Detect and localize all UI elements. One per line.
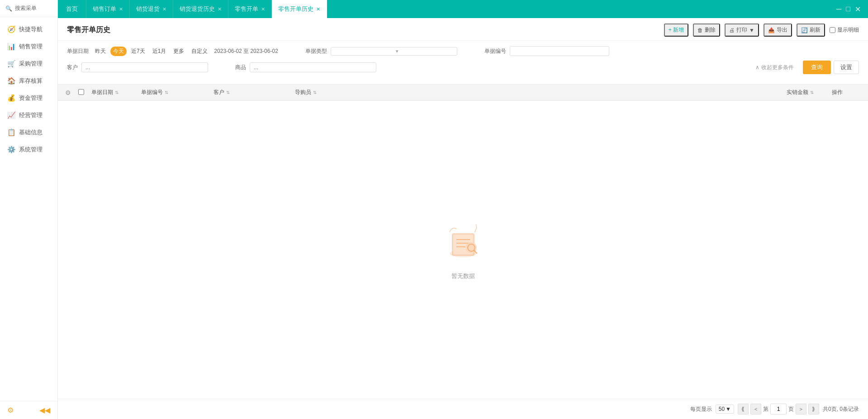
date-btn-custom[interactable]: 自定义 xyxy=(189,47,210,56)
page-next-btn[interactable]: ＞ xyxy=(796,404,806,414)
page-label: 第 xyxy=(763,405,768,413)
tab-retail-open-history[interactable]: 零售开单历史✕ xyxy=(272,0,327,18)
empty-text: 暂无数据 xyxy=(451,272,475,280)
filter-goods: 商品 xyxy=(235,62,376,72)
th-amount[interactable]: 实销金额 ⇅ xyxy=(783,89,828,96)
page-suffix: 页 xyxy=(788,405,794,413)
th-customer-sort-icon: ⇅ xyxy=(226,90,230,95)
sidebar-item-base-info[interactable]: 📋 基础信息 xyxy=(0,124,57,141)
customer-input-wrap xyxy=(81,62,208,72)
tab-close-retail-open-history[interactable]: ✕ xyxy=(316,6,320,12)
tab-sales-return-history[interactable]: 销货退货历史✕ xyxy=(173,0,228,18)
settings-button[interactable]: 设置 xyxy=(834,61,859,74)
date-btn-today[interactable]: 今天 xyxy=(110,47,127,56)
tab-close-retail-open[interactable]: ✕ xyxy=(261,6,265,12)
th-bill-no-sort-icon: ⇅ xyxy=(165,90,168,95)
display-detail-checkbox-label[interactable]: 显示明细 xyxy=(830,26,859,34)
per-page-select[interactable]: 50 ▼ xyxy=(716,405,734,414)
collapse-sidebar-icon[interactable]: ◀◀ xyxy=(39,406,50,414)
page-input[interactable] xyxy=(770,404,787,414)
tab-close-sales-return-history[interactable]: ✕ xyxy=(218,6,222,12)
tab-label-home: 首页 xyxy=(66,5,78,13)
collapse-icon: ∧ xyxy=(755,64,759,71)
sidebar-item-sales-mgmt[interactable]: 📊 销售管理 xyxy=(0,38,57,55)
empty-illustration xyxy=(441,220,486,265)
page-prev-btn[interactable]: ＜ xyxy=(750,404,761,414)
filter-customer: 客户 xyxy=(67,62,208,72)
page-header: 零售开单历史 + 新增 🗑 删除 🖨 打印 ▼ 📤 导出 🔄 xyxy=(58,18,868,41)
sidebar-item-inventory[interactable]: 🏠 库存核算 xyxy=(0,72,57,89)
date-btn-more[interactable]: 更多 xyxy=(171,47,187,56)
delete-button[interactable]: 🗑 删除 xyxy=(693,24,720,37)
bill-type-arrow-icon: ▼ xyxy=(395,49,453,54)
tab-label-sales-order: 销售订单 xyxy=(93,5,116,13)
th-guide[interactable]: 导购员 ⇅ xyxy=(291,89,337,96)
page-last-btn[interactable]: ⟫ xyxy=(808,404,819,414)
date-btn-7days[interactable]: 近7天 xyxy=(128,47,148,56)
tab-home[interactable]: 首页 xyxy=(58,0,86,18)
export-icon: 📤 xyxy=(768,27,775,33)
sidebar-icon-sys-mgmt: ⚙️ xyxy=(7,146,15,154)
sidebar-label-sys-mgmt: 系统管理 xyxy=(19,146,43,154)
tab-sales-return[interactable]: 销货退货✕ xyxy=(130,0,173,18)
sidebar-search[interactable]: 🔍 搜索采单 xyxy=(0,0,57,17)
tab-label-retail-open: 零售开单 xyxy=(235,5,258,13)
per-page-value: 50 xyxy=(719,406,725,412)
tab-close-sales-return[interactable]: ✕ xyxy=(162,6,166,12)
tab-bar: 首页销售订单✕销货退货✕销货退货历史✕零售开单✕零售开单历史✕ ─ □ ✕ xyxy=(58,0,868,18)
window-maximize-icon[interactable]: □ xyxy=(846,5,850,13)
bill-no-input-wrap xyxy=(510,46,609,56)
search-icon: 🔍 xyxy=(5,5,12,12)
refresh-button[interactable]: 🔄 刷新 xyxy=(797,24,825,37)
table-settings-icon[interactable]: ⚙ xyxy=(62,89,74,96)
collapse-btn[interactable]: ∧ 收起更多条件 xyxy=(755,64,794,71)
filter-row-1: 单据日期 昨天 今天 近7天 近1月 更多 自定义 2023-06-02 至 2… xyxy=(67,46,859,56)
filter-bill-type: 单据类型 ▼ xyxy=(305,47,457,56)
bill-no-input[interactable] xyxy=(514,48,605,54)
bill-type-label: 单据类型 xyxy=(305,47,327,55)
customer-input[interactable] xyxy=(85,64,204,71)
main-content: 首页销售订单✕销货退货✕销货退货历史✕零售开单✕零售开单历史✕ ─ □ ✕ 零售… xyxy=(58,0,868,419)
th-action-label: 操作 xyxy=(832,89,843,96)
sidebar-item-purchase-mgmt[interactable]: 🛒 采购管理 xyxy=(0,55,57,72)
th-date[interactable]: 单据日期 ⇅ xyxy=(88,89,138,96)
window-close-icon[interactable]: ✕ xyxy=(855,5,861,14)
query-button[interactable]: 查询 xyxy=(803,61,831,74)
goods-input[interactable] xyxy=(254,64,372,71)
tab-label-retail-open-history: 零售开单历史 xyxy=(278,5,313,13)
tab-sales-order[interactable]: 销售订单✕ xyxy=(86,0,130,18)
settings-icon[interactable]: ⚙ xyxy=(7,406,14,414)
date-btn-1month[interactable]: 近1月 xyxy=(150,47,169,56)
sidebar-label-business: 经营管理 xyxy=(19,111,43,119)
add-button[interactable]: + 新增 xyxy=(664,24,688,37)
sidebar-item-sys-mgmt[interactable]: ⚙️ 系统管理 xyxy=(0,141,57,158)
export-button[interactable]: 📤 导出 xyxy=(764,24,792,37)
display-detail-checkbox[interactable] xyxy=(830,27,835,33)
th-bill-no[interactable]: 单据编号 ⇅ xyxy=(138,89,210,96)
th-customer[interactable]: 客户 ⇅ xyxy=(210,89,291,96)
sidebar-icon-finance: 💰 xyxy=(7,94,15,102)
query-buttons: 查询 设置 xyxy=(803,61,859,74)
per-page-label: 每页显示 xyxy=(690,405,712,413)
sidebar-icon-business: 📈 xyxy=(7,111,15,119)
select-all-checkbox[interactable] xyxy=(78,89,84,95)
tabbar-right: ─ □ ✕ xyxy=(836,5,868,14)
page-first-btn[interactable]: ⟪ xyxy=(738,404,749,414)
print-button[interactable]: 🖨 打印 ▼ xyxy=(725,24,759,37)
sidebar-item-quick-nav[interactable]: 🧭 快捷导航 xyxy=(0,21,57,38)
sidebar-icon-purchase-mgmt: 🛒 xyxy=(7,60,15,68)
window-minimize-icon[interactable]: ─ xyxy=(836,5,841,13)
th-customer-label: 客户 xyxy=(213,89,224,96)
sidebar-footer: ⚙ ◀◀ xyxy=(0,401,57,419)
date-label: 单据日期 xyxy=(67,47,89,55)
tab-close-sales-order[interactable]: ✕ xyxy=(119,6,123,12)
tab-retail-open[interactable]: 零售开单✕ xyxy=(228,0,272,18)
sidebar-label-finance: 资金管理 xyxy=(19,94,43,102)
sidebar-item-finance[interactable]: 💰 资金管理 xyxy=(0,89,57,107)
bill-type-select[interactable]: ▼ xyxy=(331,47,457,56)
date-btn-yesterday[interactable]: 昨天 xyxy=(92,47,109,56)
sidebar-item-business[interactable]: 📈 经营管理 xyxy=(0,107,57,124)
sidebar-label-purchase-mgmt: 采购管理 xyxy=(19,60,43,68)
filter-date: 单据日期 昨天 今天 近7天 近1月 更多 自定义 2023-06-02 至 2… xyxy=(67,47,278,56)
goods-input-wrap xyxy=(250,62,376,72)
